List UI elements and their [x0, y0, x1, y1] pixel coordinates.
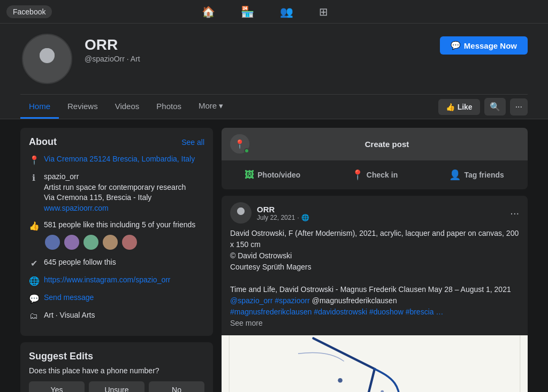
dot-separator: · — [297, 214, 299, 221]
more-options-button[interactable]: ··· — [510, 98, 528, 116]
check-in-icon: 📍 — [352, 169, 363, 181]
friend-avatars — [44, 234, 195, 251]
create-post-top: 📍 Create post — [222, 128, 528, 160]
about-message-item: 💬 Send message — [29, 293, 204, 304]
nav-center: 🏠 🏪 👥 ⊞ — [197, 3, 332, 20]
photo-video-label: Photo/video — [257, 171, 300, 179]
about-likes-item: 👍 581 people like this including 5 of yo… — [29, 220, 204, 251]
post-text-line3: Courtesy Sprüth Magers — [230, 263, 311, 271]
messenger-small-icon: 💬 — [29, 294, 39, 304]
check-circle-icon: ✔ — [29, 258, 39, 268]
post-author: ORR July 22, 2021 · 🌐 — [230, 202, 309, 224]
info-icon: ℹ — [29, 173, 39, 183]
send-message-link[interactable]: Send message — [44, 293, 94, 302]
check-in-label: Check in — [367, 171, 398, 179]
tab-reviews[interactable]: Reviews — [59, 95, 106, 119]
location-pin-icon — [32, 44, 62, 74]
nav-left: Facebook — [6, 5, 52, 18]
about-card-header: About See all — [29, 136, 204, 148]
suggest-buttons: Yes Unsure No — [29, 381, 204, 392]
friend-avatar-5 — [121, 234, 138, 251]
post-spazioOrr: #spazioorr — [275, 296, 309, 305]
friend-avatar-2 — [63, 234, 80, 251]
profile-top-section: ORR @spazioOrr · Art 💬 Message Now — [20, 32, 528, 86]
about-description-item: ℹ spazio_orr Artist run space for contem… — [29, 172, 204, 213]
suggest-edits-card: Suggest Edits Does this place have a pho… — [20, 342, 213, 392]
messenger-icon: 💬 — [451, 41, 461, 50]
home-nav-icon[interactable]: 🏠 — [197, 3, 219, 20]
about-title: About — [29, 136, 57, 148]
about-category: Art · Visual Arts — [44, 310, 95, 321]
tag-friends-button[interactable]: 👤 Tag friends — [428, 165, 526, 185]
post-text-line2: © David Ostrowski — [230, 251, 292, 260]
tag-friends-label: Tag friends — [464, 171, 504, 179]
post-date: July 22, 2021 — [257, 214, 295, 221]
message-btn-label: Message Now — [464, 41, 517, 50]
about-address: Via Cremona 25124 Brescia, Lombardia, It… — [44, 154, 195, 165]
post-text-line1: David Ostrowski, F (After Modernism), 20… — [230, 229, 519, 249]
about-follows-item: ✔ 645 people follow this — [29, 257, 204, 268]
about-description: spazio_orr Artist run space for contempo… — [44, 172, 186, 213]
store-nav-icon[interactable]: 🏪 — [237, 3, 258, 20]
top-navigation: Facebook 🏠 🏪 👥 ⊞ — [0, 0, 548, 24]
svg-rect-4 — [222, 335, 528, 392]
thumbs-up-icon: 👍 — [446, 103, 455, 111]
photo-video-button[interactable]: 🖼 Photo/video — [224, 165, 322, 185]
search-button[interactable]: 🔍 — [484, 98, 506, 116]
menu-nav-icon[interactable]: ⊞ — [315, 3, 332, 20]
tab-videos[interactable]: Videos — [106, 95, 148, 119]
create-post-actions: 🖼 Photo/video 📍 Check in 👤 Tag friends — [222, 160, 528, 189]
photo-video-icon: 🖼 — [245, 170, 254, 181]
suggest-unsure-button[interactable]: Unsure — [89, 381, 144, 392]
post-username: @magnusfrederikclausen — [312, 296, 397, 305]
suggest-yes-button[interactable]: Yes — [29, 381, 85, 392]
left-column: About See all 📍 Via Cremona 25124 Bresci… — [20, 128, 213, 392]
website-link[interactable]: www.spazioorr.com — [44, 204, 109, 212]
profile-actions: 💬 Message Now — [440, 36, 528, 55]
post-avatar-pin-icon — [233, 205, 248, 220]
profile-handle: @spazioOrr · Art — [85, 55, 429, 63]
about-see-all[interactable]: See all — [181, 138, 204, 147]
profile-header: ORR @spazioOrr · Art 💬 Message Now Home … — [0, 24, 548, 119]
post-author-avatar — [230, 202, 252, 224]
address-link[interactable]: Via Cremona 25124 Brescia, Lombardia, It… — [44, 155, 195, 163]
post-text: David Ostrowski, F (After Modernism), 20… — [222, 228, 528, 335]
svg-point-7 — [338, 378, 342, 383]
suggest-no-button[interactable]: No — [149, 381, 204, 392]
thumbs-up-small-icon: 👍 — [29, 221, 39, 231]
friend-avatar-1 — [44, 234, 61, 251]
profile-name: ORR — [85, 36, 429, 53]
tab-more[interactable]: More ▾ — [190, 95, 232, 119]
friend-avatar-4 — [102, 234, 119, 251]
about-likes: 581 people like this including 5 of your… — [44, 220, 195, 251]
profile-avatar — [20, 32, 74, 86]
groups-nav-icon[interactable]: 👥 — [276, 3, 298, 20]
category-icon: 🗂 — [29, 311, 39, 321]
about-address-item: 📍 Via Cremona 25124 Brescia, Lombardia, … — [29, 154, 204, 165]
tab-actions: 👍 Like 🔍 ··· — [438, 98, 528, 116]
tab-home[interactable]: Home — [20, 95, 59, 119]
post-image — [222, 335, 528, 392]
post-header: ORR July 22, 2021 · 🌐 ··· — [222, 196, 528, 228]
friend-avatar-3 — [82, 234, 100, 251]
tab-photos[interactable]: Photos — [148, 95, 190, 119]
like-btn-label: Like — [458, 103, 473, 111]
post-mentions: @spazio_orr — [230, 296, 275, 305]
instagram-link[interactable]: https://www.instagram.com/spazio_orr — [44, 275, 171, 284]
post-card: ORR July 22, 2021 · 🌐 ··· David Ostrowsk… — [222, 196, 528, 392]
artwork-svg — [222, 335, 528, 392]
message-now-button[interactable]: 💬 Message Now — [440, 36, 528, 55]
post-hashtags: #magnusfrederikclausen #davidostrowski #… — [230, 308, 443, 316]
like-button[interactable]: 👍 Like — [438, 99, 480, 115]
check-in-button[interactable]: 📍 Check in — [326, 165, 424, 185]
post-more-button[interactable]: ··· — [510, 207, 519, 219]
post-text-line4: Time and Life, David Ostrowski - Magnus … — [230, 285, 511, 294]
post-author-info: ORR July 22, 2021 · 🌐 — [257, 205, 309, 221]
create-post-card: 📍 Create post 🖼 Photo/video 📍 Check in 👤… — [222, 128, 528, 189]
online-indicator — [244, 148, 249, 153]
profile-tabs: Home Reviews Videos Photos More ▾ 👍 Like… — [20, 94, 528, 119]
about-instagram: https://www.instagram.com/spazio_orr — [44, 275, 171, 286]
see-more-link[interactable]: See more — [230, 319, 263, 327]
create-post-label: Create post — [255, 140, 519, 149]
about-follows: 645 people follow this — [44, 257, 116, 268]
